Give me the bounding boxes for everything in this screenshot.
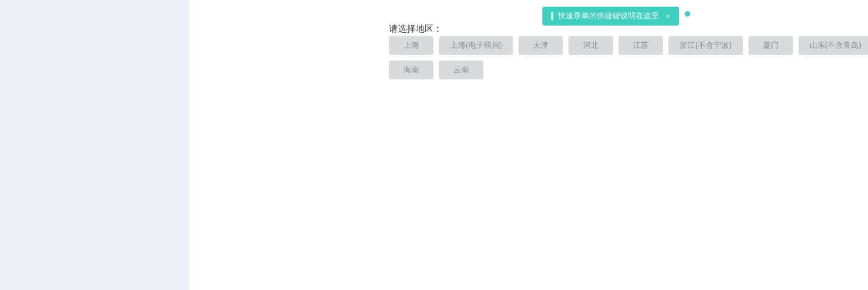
region-button-shandong[interactable]: 山东(不含青岛) bbox=[799, 36, 868, 55]
region-button-yunnan[interactable]: 云南 bbox=[439, 61, 483, 79]
region-button-shanghai-etax[interactable]: 上海(电子税局) bbox=[439, 36, 513, 55]
region-button-tianjin[interactable]: 天津 bbox=[518, 36, 563, 55]
region-button-shanghai[interactable]: 上海 bbox=[389, 36, 433, 55]
bar-accent bbox=[551, 12, 553, 21]
region-button-jiangsu[interactable]: 江苏 bbox=[618, 36, 663, 55]
region-button-xiamen[interactable]: 厦门 bbox=[749, 36, 793, 55]
tooltip-dot bbox=[685, 11, 690, 17]
region-button-hebei[interactable]: 河北 bbox=[568, 36, 613, 55]
region-button-zhejiang[interactable]: 浙江(不含宁波) bbox=[669, 36, 742, 55]
tooltip-text: 快速录单的快捷键说明在这里 bbox=[558, 11, 659, 21]
main-content: 快速录单的快捷键说明在这里 × 请选择地区： 上海 上海(电子税局) 天津 河北… bbox=[189, 0, 868, 290]
region-buttons-container: 上海 上海(电子税局) 天津 河北 江苏 浙江(不含宁波) 厦门 山东(不含青岛… bbox=[389, 36, 868, 79]
tooltip-bar: 快速录单的快捷键说明在这里 × bbox=[542, 7, 679, 26]
sidebar bbox=[0, 0, 189, 290]
region-button-hainan[interactable]: 海南 bbox=[389, 61, 433, 79]
section-label: 请选择地区： bbox=[389, 23, 442, 35]
tooltip-close-button[interactable]: × bbox=[666, 12, 670, 21]
